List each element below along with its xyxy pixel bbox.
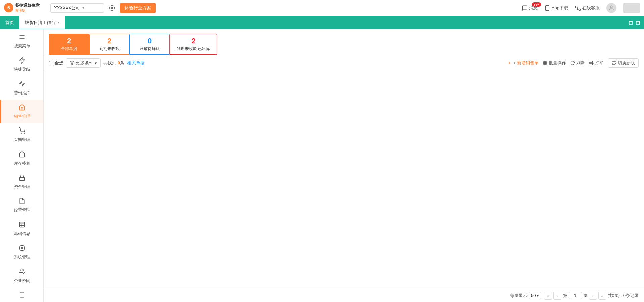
page-size-dropdown[interactable]: 50 ▾ bbox=[529, 292, 541, 299]
enterprise-icon bbox=[19, 268, 25, 277]
related-orders-link[interactable]: 相关单据 bbox=[127, 60, 145, 66]
toolbar-right: + 新增销售单 批量操作 刷新 bbox=[507, 58, 639, 68]
quick-nav-icon bbox=[19, 57, 25, 65]
filter-icon bbox=[70, 61, 74, 65]
avatar[interactable] bbox=[606, 3, 616, 13]
print-button[interactable]: 打印 bbox=[589, 60, 604, 66]
page-size-select: 每页显示 50 ▾ bbox=[510, 292, 541, 299]
experience-button[interactable]: 体验行业方案 bbox=[120, 3, 156, 13]
stats-tabs: 2 全部单据 2 到期未收款 0 旺铺待确认 2 到期未收款 已出库 bbox=[44, 29, 644, 55]
stat-label-shipped: 到期未收款 已出库 bbox=[177, 46, 210, 52]
svg-marker-18 bbox=[70, 61, 74, 65]
svg-marker-7 bbox=[20, 58, 25, 63]
tab-workbench[interactable]: 钱货日清工作台 × bbox=[19, 16, 65, 29]
stat-label-all: 全部单据 bbox=[56, 46, 82, 52]
sidebar-label: 资金管理 bbox=[14, 184, 30, 190]
company-selector[interactable]: XXXXXX公司 ▼ bbox=[50, 3, 104, 13]
marketing-icon bbox=[19, 80, 25, 89]
select-all-checkbox[interactable]: 全选 bbox=[49, 60, 63, 66]
switch-label: 切换新版 bbox=[618, 60, 635, 66]
online-service-button[interactable]: 在线客服 bbox=[575, 5, 600, 11]
messages-badge: 99+ bbox=[532, 2, 541, 7]
svg-rect-21 bbox=[543, 61, 545, 63]
header-right: 消息 99+ App下载 在线客服 bbox=[522, 3, 640, 13]
logo-text: 畅捷通好生意 bbox=[15, 3, 40, 8]
sidebar-item-inventory[interactable]: 库存核算 bbox=[0, 147, 43, 170]
per-page-label: 每页显示 bbox=[510, 293, 527, 299]
more-conditions-button[interactable]: 更多条件 ▾ bbox=[66, 58, 101, 68]
sidebar-item-basic-info[interactable]: 基础信息 bbox=[0, 217, 43, 241]
tab-close-icon[interactable]: × bbox=[57, 20, 60, 25]
refresh-label: 刷新 bbox=[576, 60, 585, 66]
svg-rect-17 bbox=[20, 292, 24, 298]
stat-tab-shipped[interactable]: 2 到期未收款 已出库 bbox=[170, 34, 217, 55]
sidebar-item-finance[interactable]: 资金管理 bbox=[0, 170, 43, 194]
first-page-button[interactable]: « bbox=[544, 292, 552, 300]
refresh-button[interactable]: 刷新 bbox=[570, 60, 585, 66]
svg-rect-11 bbox=[20, 222, 25, 227]
sidebar-label: 快捷导航 bbox=[14, 67, 30, 72]
content-area: 2 全部单据 2 到期未收款 0 旺铺待确认 2 到期未收款 已出库 全选 bbox=[44, 29, 644, 302]
minimize-button[interactable]: ⊟ bbox=[629, 20, 633, 26]
svg-rect-10 bbox=[20, 177, 25, 180]
purchase-icon bbox=[19, 127, 25, 136]
pagination: 每页显示 50 ▾ « ‹ 第 页 › » 共0页，0条记录 bbox=[44, 289, 644, 302]
found-text: 共找到 0条 bbox=[103, 60, 124, 66]
guide-icon bbox=[19, 292, 25, 300]
stat-number-pending: 0 bbox=[137, 37, 163, 45]
settings-button[interactable] bbox=[107, 3, 117, 13]
page-input[interactable] bbox=[569, 292, 582, 299]
svg-point-9 bbox=[24, 133, 25, 134]
sidebar-item-operation[interactable]: 经营管理 bbox=[0, 194, 43, 217]
messages-button[interactable]: 消息 99+ bbox=[522, 5, 538, 11]
sidebar-item-search-menu[interactable]: 搜索菜单 bbox=[0, 29, 43, 53]
next-page-button[interactable]: › bbox=[589, 292, 597, 300]
svg-point-16 bbox=[20, 269, 22, 271]
stat-tab-all[interactable]: 2 全部单据 bbox=[49, 34, 89, 55]
tab-home[interactable]: 首页 bbox=[0, 16, 19, 29]
sidebar-item-system[interactable]: 系统管理 bbox=[0, 241, 43, 264]
sidebar: 搜索菜单 快捷导航 营销推广 销售管理 bbox=[0, 29, 44, 302]
svg-rect-25 bbox=[590, 63, 593, 65]
app-download-button[interactable]: App下载 bbox=[544, 5, 568, 11]
plus-icon bbox=[507, 61, 512, 65]
sidebar-item-marketing[interactable]: 营销推广 bbox=[0, 76, 43, 100]
sidebar-item-quick-nav[interactable]: 快捷导航 bbox=[0, 53, 43, 76]
toolbar-left: 全选 更多条件 ▾ 共找到 0条 相关单据 bbox=[49, 58, 504, 68]
online-service-label: 在线客服 bbox=[582, 5, 600, 11]
tab-bar: 首页 钱货日清工作台 × ⊟ ⊞ bbox=[0, 16, 644, 29]
select-all-input[interactable] bbox=[49, 61, 53, 65]
sidebar-label: 系统管理 bbox=[14, 254, 30, 260]
batch-ops-button[interactable]: 批量操作 bbox=[543, 60, 566, 66]
sidebar-label: 销售管理 bbox=[14, 114, 30, 119]
sidebar-item-sales[interactable]: 销售管理 bbox=[0, 100, 43, 123]
table-area bbox=[44, 71, 644, 289]
page-size-value: 50 bbox=[531, 293, 536, 298]
logo-sub: 标准版 bbox=[15, 8, 40, 13]
stat-tab-overdue[interactable]: 2 到期未收款 bbox=[89, 34, 129, 55]
page-nav: « ‹ 第 页 › » 共0页，0条记录 bbox=[544, 292, 639, 300]
switch-version-button[interactable]: 切换新版 bbox=[608, 58, 639, 68]
new-sales-button[interactable]: + 新增销售单 bbox=[507, 60, 539, 66]
sidebar-item-purchase[interactable]: 采购管理 bbox=[0, 123, 43, 147]
user-name-area bbox=[623, 3, 640, 13]
switch-icon bbox=[611, 61, 616, 65]
last-page-button[interactable]: » bbox=[598, 292, 606, 300]
toolbar: 全选 更多条件 ▾ 共找到 0条 相关单据 bbox=[44, 55, 644, 71]
print-icon bbox=[589, 61, 594, 65]
sidebar-label: 企业协同 bbox=[14, 278, 30, 284]
sidebar-item-guide[interactable]: 新手引导 bbox=[0, 288, 43, 302]
maximize-button[interactable]: ⊞ bbox=[636, 20, 640, 26]
stat-tab-pending[interactable]: 0 旺铺待确认 bbox=[129, 34, 170, 55]
app-download-label: App下载 bbox=[552, 5, 568, 11]
svg-rect-24 bbox=[543, 63, 545, 65]
sidebar-label: 库存核算 bbox=[14, 161, 30, 166]
sidebar-label: 经营管理 bbox=[14, 207, 30, 213]
logo-area: 6 畅捷通好生意 标准版 bbox=[4, 3, 48, 12]
prev-page-button[interactable]: ‹ bbox=[553, 292, 561, 300]
stat-label-pending: 旺铺待确认 bbox=[137, 46, 163, 52]
sidebar-item-enterprise[interactable]: 企业协同 bbox=[0, 264, 43, 288]
batch-icon bbox=[543, 61, 547, 65]
select-all-label: 全选 bbox=[55, 60, 63, 66]
sidebar-label: 基础信息 bbox=[14, 231, 30, 237]
